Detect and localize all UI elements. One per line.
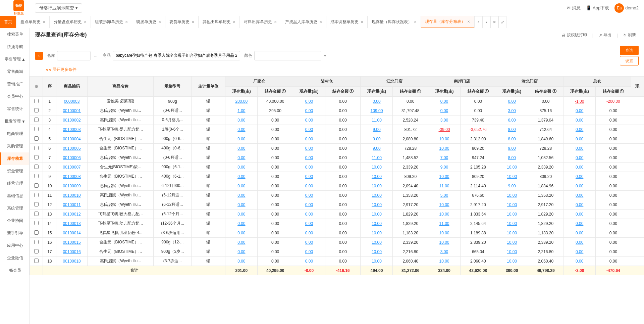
row-jb-qty[interactable]: 10.00 — [361, 181, 393, 191]
row-na-qty[interactable]: 11.00 — [428, 181, 461, 191]
row-na-qty[interactable]: 10.00 — [428, 228, 461, 238]
sidebar-item-nav[interactable]: 快捷导航 — [0, 41, 29, 53]
settings-icon[interactable]: ⚙ — [35, 84, 38, 89]
row-checkbox[interactable] — [30, 125, 43, 134]
row-total-qty[interactable]: 0.00 — [564, 257, 596, 266]
row-fj-qty[interactable]: 0.00 — [225, 153, 258, 163]
row-na-qty[interactable]: 5.00 — [428, 191, 461, 200]
expand-conditions-btn[interactable]: ∨∨ 展开更多条件 — [46, 67, 76, 73]
row-jb-qty[interactable]: 10.00 — [361, 163, 393, 172]
close-icon[interactable]: ✕ — [414, 20, 417, 24]
row-code[interactable]: 00100007 — [56, 163, 88, 172]
row-fj-qty[interactable]: 0.00 — [225, 257, 258, 266]
row-lc-qty[interactable]: 0.00 — [293, 219, 325, 228]
row-yb-qty[interactable]: 10.00 — [496, 200, 528, 210]
row-checkbox[interactable] — [30, 163, 43, 172]
row-fj-qty[interactable]: 0.00 — [225, 228, 258, 238]
row-fj-qty[interactable]: 0.00 — [225, 210, 258, 219]
row-fj-qty[interactable]: 0.00 — [225, 247, 258, 257]
row-jb-qty[interactable]: 10.00 — [361, 219, 393, 228]
row-total-qty[interactable]: 0.00 — [564, 115, 596, 125]
row-lc-qty[interactable]: 0.00 — [293, 106, 325, 115]
row-yb-qty[interactable]: 10.00 — [496, 163, 528, 172]
row-code[interactable]: 00100014 — [56, 228, 88, 238]
row-total-qty[interactable]: 0.00 — [564, 144, 596, 153]
row-total-qty[interactable]: 0.00 — [564, 125, 596, 134]
row-total-qty[interactable]: 0.00 — [564, 153, 596, 163]
row-na-qty[interactable]: 3.00 — [428, 115, 461, 125]
row-na-qty[interactable]: 10.00 — [428, 257, 461, 266]
sidebar-item-purchase[interactable]: 采购管理 — [0, 140, 29, 152]
export-btn[interactable]: ↗ 导出 — [596, 31, 614, 39]
row-yb-qty[interactable]: 9.00 — [496, 144, 528, 153]
row-checkbox[interactable] — [30, 153, 43, 163]
tab-库存分布[interactable]: 现存量（库存分布表） ✕ — [421, 16, 474, 28]
row-lc-qty[interactable]: 0.00 — [293, 200, 325, 210]
row-lc-qty[interactable]: 0.00 — [293, 247, 325, 257]
row-na-qty[interactable]: 10.00 — [428, 134, 461, 144]
row-checkbox[interactable] — [30, 228, 43, 238]
row-fj-qty[interactable]: 0.00 — [225, 219, 258, 228]
row-checkbox[interactable] — [30, 257, 43, 266]
row-yb-qty[interactable]: 3.00 — [496, 106, 528, 115]
sidebar-item-inventory[interactable]: 库存核算 — [0, 152, 29, 165]
row-fj-qty[interactable]: 0.00 — [225, 238, 258, 247]
tab-inventory-history[interactable]: 盘点单历史 ✕ — [16, 16, 50, 28]
sidebar-item-members[interactable]: 会员中心 — [0, 90, 29, 103]
row-na-qty[interactable]: 7.00 — [428, 153, 461, 163]
row-lc-qty[interactable]: 0.00 — [293, 238, 325, 247]
row-jb-qty[interactable]: 11.00 — [361, 115, 393, 125]
row-code[interactable]: 00100004 — [56, 134, 88, 144]
color-input[interactable] — [254, 51, 321, 60]
tab-分量盘点[interactable]: 分量盘点单历史 ✕ — [50, 16, 91, 28]
row-yb-qty[interactable]: 8.00 — [496, 153, 528, 163]
row-jb-qty[interactable]: 9.00 — [361, 134, 393, 144]
row-lc-qty[interactable]: 0.00 — [293, 210, 325, 219]
row-checkbox[interactable] — [30, 172, 43, 181]
sidebar-item-finance[interactable]: 资金管理 — [0, 165, 29, 177]
sidebar-item-retail-mall[interactable]: 零售商城 — [0, 65, 29, 78]
row-fj-qty[interactable]: 0.00 — [225, 172, 258, 181]
row-code[interactable]: 00100001 — [56, 106, 88, 115]
row-yb-qty[interactable]: 8.00 — [496, 134, 528, 144]
row-code[interactable]: 00100006 — [56, 153, 88, 163]
nav-next-btn[interactable]: › — [482, 16, 490, 28]
row-lc-qty[interactable]: 0.00 — [293, 191, 325, 200]
nav-prev-btn[interactable]: ‹ — [474, 16, 482, 28]
row-yb-qty[interactable]: 10.00 — [496, 191, 528, 200]
row-code[interactable]: 00100003 — [56, 125, 88, 134]
refresh-btn[interactable]: ↻ 刷新 — [621, 31, 639, 39]
row-checkbox[interactable] — [30, 247, 43, 257]
row-checkbox[interactable] — [30, 115, 43, 125]
setting-btn[interactable]: 设置 — [620, 56, 639, 65]
row-jb-qty[interactable]: 11.00 — [361, 153, 393, 163]
tab-home[interactable]: 首页 — [0, 16, 16, 28]
row-lc-qty[interactable]: 0.00 — [293, 153, 325, 163]
sidebar-item-ecommerce[interactable]: 电商管理 — [0, 128, 29, 140]
row-code[interactable]: 00100011 — [56, 200, 88, 210]
row-total-qty[interactable]: 0.00 — [564, 181, 596, 191]
row-lc-qty[interactable]: 0.00 — [293, 172, 325, 181]
sidebar-item-apps[interactable]: 应用中心 — [0, 239, 29, 252]
row-fj-qty[interactable]: 0.00 — [225, 115, 258, 125]
warehouse-input[interactable] — [57, 51, 91, 60]
row-fj-qty[interactable]: 0.00 — [225, 144, 258, 153]
row-jb-qty[interactable]: 10.00 — [361, 191, 393, 200]
row-lc-qty[interactable]: 0.00 — [293, 163, 325, 172]
row-fj-qty[interactable]: 200.00 — [225, 97, 258, 106]
row-jb-qty[interactable]: 10.00 — [361, 228, 393, 238]
sidebar-item-enterprise[interactable]: 企业协同 — [0, 215, 29, 227]
row-total-qty[interactable]: 0.00 — [564, 134, 596, 144]
row-code[interactable]: 00100010 — [56, 191, 88, 200]
row-na-qty[interactable]: -39.00 — [428, 125, 461, 134]
row-total-qty[interactable]: 0.00 — [564, 200, 596, 210]
close-icon[interactable]: ✕ — [192, 20, 194, 24]
row-yb-qty[interactable]: 10.00 — [496, 238, 528, 247]
row-code[interactable]: 00100013 — [56, 219, 88, 228]
row-fj-qty[interactable]: 0.00 — [225, 125, 258, 134]
row-total-qty[interactable]: 0.00 — [564, 247, 596, 257]
print-btn[interactable]: 🖨 按模版打印 — [559, 31, 590, 39]
row-code[interactable]: 0000003 — [56, 97, 88, 106]
row-lc-qty[interactable]: 0.00 — [293, 134, 325, 144]
row-code[interactable]: 00100016 — [56, 247, 88, 257]
